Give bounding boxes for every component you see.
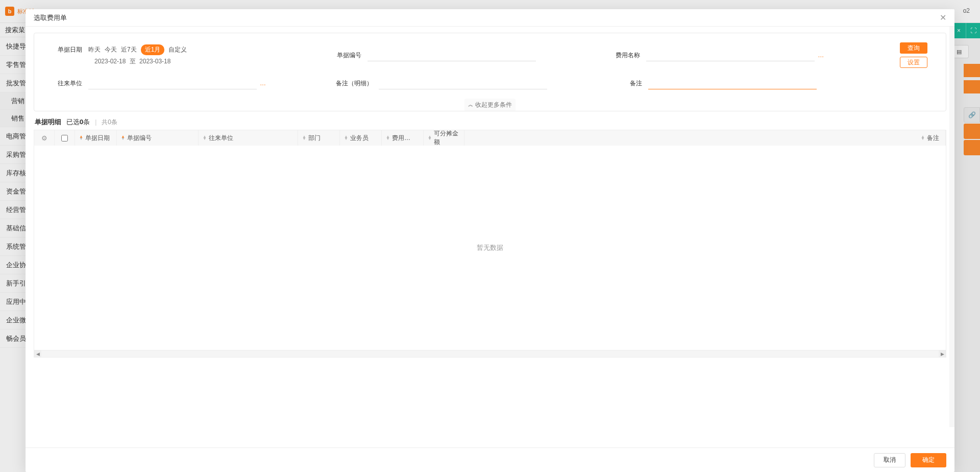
modal-title: 选取费用单 — [34, 13, 67, 22]
selected-count-label: 已选0条 — [66, 117, 90, 127]
column-settings-button[interactable]: ⚙ — [34, 130, 55, 146]
table-header: ⚙ ▲▼单据日期 ▲▼单据编号 ▲▼往来单位 ▲▼部门 ▲▼业务员 ▲▼费用… … — [34, 130, 946, 146]
unit-lookup-icon[interactable]: … — [257, 80, 269, 87]
filter-label-number: 单据编号 — [332, 51, 368, 60]
filter-panel: 单据日期 昨天今天近7天近1月自定义 2023-02-18 至 2023-03-… — [34, 33, 946, 111]
date-option[interactable]: 近7天 — [121, 45, 137, 54]
detail-tab[interactable]: 单据明细 — [35, 117, 61, 127]
date-sep: 至 — [130, 58, 136, 65]
close-icon[interactable]: ✕ — [940, 13, 946, 22]
filter-label-unit: 往来单位 — [53, 79, 88, 88]
note-detail-input[interactable] — [379, 77, 547, 89]
ok-button[interactable]: 确定 — [911, 453, 946, 467]
modal-body: 单据日期 昨天今天近7天近1月自定义 2023-02-18 至 2023-03-… — [26, 27, 954, 447]
filter-label-date: 单据日期 — [53, 45, 88, 54]
detail-header: 单据明细 已选0条 | 共0条 — [34, 117, 946, 127]
note-input[interactable] — [648, 77, 817, 89]
col-share[interactable]: ▲▼可分摊金额 — [424, 130, 464, 146]
checkbox[interactable] — [61, 135, 68, 141]
date-range-picker: 昨天今天近7天近1月自定义 — [88, 44, 187, 55]
scroll-left-icon[interactable]: ◀ — [34, 350, 41, 357]
modal-footer: 取消 确定 — [26, 447, 954, 472]
cost-name-lookup-icon[interactable]: … — [815, 52, 827, 59]
col-cost[interactable]: ▲▼费用… — [382, 130, 424, 146]
query-button[interactable]: 查询 — [900, 42, 927, 54]
filter-label-note: 备注 — [612, 79, 648, 88]
collapse-filters-button[interactable]: ︽ 收起更多条件 — [464, 99, 516, 111]
filter-label-note-detail: 备注（明细） — [333, 79, 379, 88]
col-unit[interactable]: ▲▼往来单位 — [199, 130, 298, 146]
unit-input[interactable] — [88, 77, 257, 89]
date-from: 2023-02-18 — [94, 58, 126, 65]
date-to: 2023-03-18 — [139, 58, 170, 65]
date-option[interactable]: 昨天 — [88, 45, 101, 54]
chevron-up-icon: ︽ — [468, 101, 473, 108]
settings-button[interactable]: 设置 — [900, 57, 927, 68]
total-count-label: 共0条 — [102, 118, 117, 127]
date-option[interactable]: 自定义 — [168, 45, 187, 54]
col-biz[interactable]: ▲▼业务员 — [340, 130, 382, 146]
col-number[interactable]: ▲▼单据编号 — [117, 130, 199, 146]
col-date[interactable]: ▲▼单据日期 — [75, 130, 117, 146]
scroll-right-icon[interactable]: ▶ — [939, 350, 946, 357]
detail-table: ⚙ ▲▼单据日期 ▲▼单据编号 ▲▼往来单位 ▲▼部门 ▲▼业务员 ▲▼费用… … — [34, 130, 946, 350]
table-empty: 暂无数据 — [34, 146, 946, 350]
scrollbar-vertical[interactable] — [949, 27, 954, 427]
date-option[interactable]: 近1月 — [141, 44, 165, 55]
date-option[interactable]: 今天 — [105, 45, 117, 54]
gear-icon: ⚙ — [41, 134, 47, 142]
col-note[interactable]: ▲▼备注 — [464, 130, 946, 146]
select-cost-bill-modal: 选取费用单 ✕ 单据日期 昨天今天近7天近1月自定义 2023-02-18 至 … — [26, 9, 954, 472]
cancel-button[interactable]: 取消 — [874, 453, 905, 467]
filter-label-cost-name: 费用名称 — [610, 51, 646, 60]
cost-name-input[interactable] — [646, 49, 815, 61]
col-dept[interactable]: ▲▼部门 — [298, 130, 340, 146]
bill-number-input[interactable] — [368, 49, 536, 61]
select-all-checkbox[interactable] — [55, 130, 75, 146]
scrollbar-horizontal[interactable]: ◀ ▶ — [34, 350, 946, 358]
modal-header: 选取费用单 ✕ — [26, 9, 954, 27]
